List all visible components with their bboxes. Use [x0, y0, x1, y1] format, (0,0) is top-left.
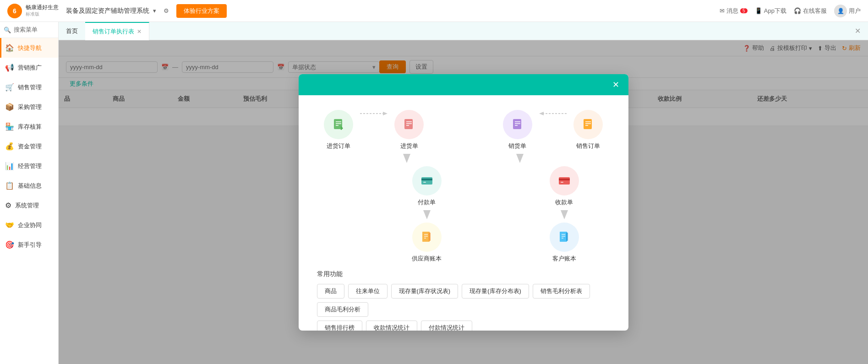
flow-node-supplier-ledger[interactable]: 供应商账本 [399, 223, 454, 263]
cf-btn-inventory-dist[interactable]: 现存量(库存分布表) [462, 284, 529, 299]
search-menu[interactable]: 🔍 搜索菜单 [0, 22, 58, 38]
sidebar-item-purchase[interactable]: 📦 采购管理 [0, 97, 58, 117]
close-page-icon[interactable]: ✕ [855, 27, 861, 35]
user-menu[interactable]: 👤 用户 [834, 5, 861, 17]
sidebar-item-finance[interactable]: 💰 资金管理 [0, 136, 58, 156]
tab-home-label: 首页 [66, 27, 78, 35]
supplier-ledger-icon [412, 223, 442, 252]
cf-btn-sales-ranking[interactable]: 销售排行榜 [317, 321, 362, 331]
tab-sales-order-label: 销售订单执行表 [93, 27, 134, 36]
purchase-icon: 📦 [5, 103, 14, 111]
cf-btn-partner[interactable]: 往来单位 [348, 284, 388, 299]
svg-rect-36 [566, 233, 568, 241]
app-download-label: App下载 [764, 7, 786, 15]
trial-button[interactable]: 体验行业方案 [176, 4, 227, 18]
sidebar-label-sales: 销售管理 [18, 83, 42, 92]
message-label: 消息 [726, 7, 738, 15]
sidebar-item-basic-info[interactable]: 📋 基础信息 [0, 176, 58, 196]
message-badge: 5 [740, 8, 748, 13]
user-name: 用户 [849, 7, 861, 15]
user-avatar: 👤 [834, 5, 847, 17]
flow-node-sales-order[interactable]: 销售订单 [567, 110, 610, 150]
svg-rect-22 [421, 177, 432, 185]
marketing-icon: 📢 [5, 63, 14, 72]
svg-rect-35 [560, 232, 567, 242]
tab-close-icon[interactable]: ✕ [137, 28, 142, 35]
modal-overlay[interactable]: ✕ [59, 40, 868, 364]
search-icon: 🔍 [4, 27, 11, 33]
online-service-label: 在线客服 [803, 7, 827, 15]
service-icon: 🎧 [794, 7, 801, 14]
purchase-bill-icon [394, 110, 424, 139]
settings-icon[interactable]: ⚙ [160, 5, 173, 17]
enterprise-icon: 🤝 [5, 221, 14, 229]
system-icon: ⚙ [5, 201, 11, 210]
flow-node-purchase-bill[interactable]: 进货单 [388, 110, 431, 150]
flow-node-purchase-order[interactable]: 进货订单 [317, 110, 360, 150]
modal-box: ✕ [299, 74, 628, 331]
top-bar: 6 畅康通好生意 标准版 装备及固定资产辅助管理系统 ▾ ⚙ 体验行业方案 ✉ … [0, 0, 868, 22]
logo-icon: 6 [7, 4, 22, 18]
sidebar-item-sales[interactable]: 🛒 销售管理 [0, 77, 58, 97]
modal-close-icon[interactable]: ✕ [612, 80, 619, 90]
flow-node-payment[interactable]: 付款单 [399, 166, 454, 206]
payment-label: 付款单 [418, 198, 436, 206]
sidebar-item-inventory[interactable]: 🏪 库存核算 [0, 117, 58, 136]
finance-icon: 💰 [5, 142, 14, 151]
svg-rect-24 [423, 182, 426, 183]
svg-rect-27 [561, 182, 563, 183]
sales-bill-icon [503, 110, 532, 139]
cf-btn-inventory-status[interactable]: 现存量(库存状况表) [391, 284, 459, 299]
tab-home[interactable]: 首页 [59, 22, 85, 40]
receipt-label: 收款单 [555, 198, 573, 206]
sidebar-item-newbie[interactable]: 🎯 新手引导 [0, 235, 58, 255]
message-icon: ✉ [720, 7, 725, 14]
app-download-button[interactable]: 📱 App下载 [755, 7, 786, 15]
online-service-button[interactable]: 🎧 在线客服 [794, 7, 827, 15]
operations-icon: 📊 [5, 162, 14, 170]
search-menu-label: 搜索菜单 [14, 26, 38, 34]
cf-btn-sales-profit[interactable]: 销售毛利分析表 [533, 284, 590, 299]
content-area: 首页 销售订单执行表 ✕ ✕ ❓ 帮助 [59, 22, 868, 364]
sidebar-item-marketing[interactable]: 📢 营销推广 [0, 58, 58, 77]
sales-icon: 🛒 [5, 83, 14, 92]
sidebar: 🔍 搜索菜单 🏠 快捷导航 📢 营销推广 🛒 销售管理 📦 采购管理 🏪 [0, 22, 59, 364]
sidebar-label-basic-info: 基础信息 [18, 182, 42, 190]
newbie-icon: 🎯 [5, 240, 14, 249]
tab-bar: 首页 销售订单执行表 ✕ ✕ [59, 22, 868, 40]
flow-node-receipt[interactable]: 收款单 [537, 166, 592, 206]
svg-rect-26 [559, 179, 570, 180]
cf-btn-product[interactable]: 商品 [317, 284, 344, 299]
logo-text-block: 畅康通好生意 标准版 [26, 4, 59, 18]
sidebar-item-system[interactable]: ⚙ 系统管理 [0, 196, 58, 215]
purchase-order-label: 进货订单 [327, 142, 350, 150]
system-dropdown[interactable]: ▾ [153, 7, 156, 14]
cf-btn-product-profit[interactable]: 商品毛利分析 [317, 302, 368, 317]
supplier-ledger-label: 供应商账本 [412, 255, 442, 263]
message-button[interactable]: ✉ 消息 5 [720, 7, 748, 15]
logo-edition: 标准版 [26, 11, 59, 17]
sidebar-item-operations[interactable]: 📊 经营管理 [0, 156, 58, 176]
cf-row-1: 商品 往来单位 现存量(库存状况表) 现存量(库存分布表) 销售毛利分析表 商品… [317, 284, 610, 317]
customer-ledger-icon [550, 223, 579, 252]
modal-body: 进货订单 [299, 95, 628, 331]
cf-btn-receipt-stats[interactable]: 收款情况统计 [366, 321, 417, 331]
sidebar-label-newbie: 新手引导 [18, 241, 42, 249]
cf-btn-payment-stats[interactable]: 付款情况统计 [421, 321, 472, 331]
sidebar-item-enterprise[interactable]: 🤝 企业协同 [0, 215, 58, 235]
sidebar-item-quick-nav[interactable]: 🏠 快捷导航 [0, 38, 58, 58]
tab-sales-order[interactable]: 销售订单执行表 ✕ [85, 22, 149, 40]
sidebar-label-system: 系统管理 [15, 201, 39, 210]
sidebar-label-inventory: 库存核算 [18, 123, 42, 131]
svg-marker-5 [383, 112, 388, 115]
sidebar-label-enterprise: 企业协同 [18, 221, 42, 229]
flow-node-sales-bill[interactable]: 销货单 [496, 110, 539, 150]
flow-node-customer-ledger[interactable]: 客户账本 [537, 223, 592, 263]
sidebar-label-purchase: 采购管理 [18, 103, 42, 111]
cf-row-2: 销售排行榜 收款情况统计 付款情况统计 [317, 321, 610, 331]
receipt-icon [550, 166, 579, 196]
sales-bill-label: 销货单 [508, 142, 526, 150]
svg-rect-23 [421, 179, 432, 180]
svg-marker-15 [539, 112, 544, 115]
system-name: 装备及固定资产辅助管理系统 [66, 7, 149, 15]
